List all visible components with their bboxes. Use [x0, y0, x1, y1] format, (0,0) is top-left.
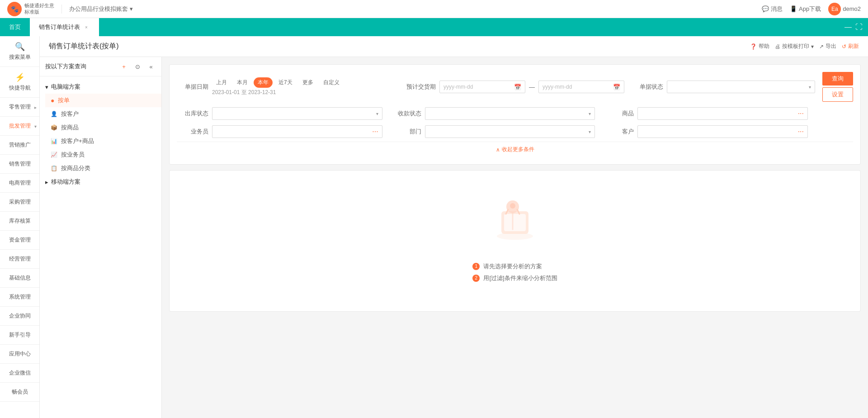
- date-end-input[interactable]: yyyy-mm-dd 📅: [538, 81, 624, 93]
- refresh-icon: ↺: [842, 43, 846, 50]
- sidebar-item-retail[interactable]: 零售管理 ▸: [0, 98, 39, 117]
- app-download-action[interactable]: 📱 App下载: [790, 5, 821, 13]
- empty-step-1: 1 请先选择要分析的方案: [472, 261, 557, 272]
- date-start-input[interactable]: yyyy-mm-dd 📅: [439, 81, 525, 93]
- scheme-by-salesperson[interactable]: 📈 按业务员: [45, 148, 161, 162]
- edit-scheme-button[interactable]: ⊙: [132, 62, 142, 71]
- date-btn-this-year[interactable]: 本年: [254, 77, 273, 88]
- customer-input[interactable]: ···: [637, 125, 808, 138]
- date-btn-this-month[interactable]: 本月: [233, 77, 252, 88]
- customer-goods-scheme-icon: 📊: [51, 138, 57, 144]
- filter-row-2: 出库状态 ▾ 收款状态 ▾: [177, 107, 853, 120]
- filter-row-1: 单据日期 上月 本月 本年 近7天 更多 自定义 20: [177, 72, 853, 102]
- salesperson-label: 业务员: [177, 128, 208, 136]
- scheme-by-customer[interactable]: 👤 按客户: [45, 107, 161, 121]
- nav-tabs: 首页 销售订单统计表 × — ⛶: [0, 18, 868, 36]
- payment-status-select[interactable]: ▾: [425, 107, 595, 120]
- sidebar-item-ecommerce[interactable]: 电商管理: [0, 174, 39, 193]
- step-number-1: 1: [472, 263, 480, 270]
- scheme-by-customer-goods[interactable]: 📊 按客户+商品: [45, 134, 161, 148]
- sidebar-item-member[interactable]: 畅会员: [0, 383, 39, 402]
- dropdown-arrow-icon: ▾: [589, 129, 591, 134]
- search-icon: 🔍: [15, 42, 25, 52]
- scheme-by-order[interactable]: ● 按单: [45, 94, 161, 107]
- sidebar-item-wholesale[interactable]: 批发管理 ▾: [0, 117, 39, 136]
- date-btn-custom[interactable]: 自定义: [319, 77, 344, 88]
- sidebar-item-corpwechat[interactable]: 企业微信: [0, 364, 39, 383]
- salesperson-input[interactable]: ···: [212, 125, 382, 138]
- message-icon: 💬: [762, 5, 769, 12]
- date-btn-more[interactable]: 更多: [298, 77, 317, 88]
- page-selector[interactable]: 办公用品行业模拟账套 ▾: [69, 5, 133, 13]
- tree-desktop-parent[interactable]: ▾ 电脑端方案: [40, 80, 161, 94]
- collapse-panel-button[interactable]: «: [146, 62, 156, 71]
- template-print-button[interactable]: 🖨 按模板打印 ▾: [775, 43, 814, 50]
- sidebar-item-marketing[interactable]: 营销推广: [0, 136, 39, 155]
- scheme-by-category[interactable]: 📋 按商品分类: [45, 162, 161, 175]
- chevron-right-icon: ▸: [45, 179, 48, 185]
- sidebar-item-inventory[interactable]: 库存核算: [0, 212, 39, 231]
- date-option-buttons: 上月 本月 本年 近7天 更多 自定义: [212, 77, 344, 88]
- department-select[interactable]: ▾: [425, 125, 595, 138]
- date-btn-7days[interactable]: 近7天: [274, 77, 297, 88]
- message-action[interactable]: 💬 消息: [762, 5, 783, 13]
- category-scheme-icon: 📋: [51, 165, 57, 171]
- minimize-icon[interactable]: —: [844, 23, 852, 31]
- export-icon: ↗: [819, 43, 824, 50]
- add-scheme-button[interactable]: +: [119, 62, 129, 71]
- search-button[interactable]: 查询: [822, 72, 853, 86]
- payment-status-label: 收款状态: [390, 109, 421, 118]
- sidebar-item-finance[interactable]: 资金管理: [0, 231, 39, 250]
- top-bar-right: 💬 消息 📱 App下载 Ea demo2: [762, 3, 861, 15]
- logo-area: 🐾 畅捷通好生意 标准版: [7, 2, 54, 16]
- tab-sales-order-stats[interactable]: 销售订单统计表 ×: [30, 18, 99, 36]
- scheme-by-goods[interactable]: 📦 按商品: [45, 121, 161, 134]
- sidebar-item-management[interactable]: 经营管理: [0, 250, 39, 269]
- help-button[interactable]: ❓ 帮助: [750, 43, 769, 50]
- svg-point-4: [510, 203, 515, 209]
- shipment-status-select[interactable]: ▾: [212, 107, 382, 120]
- sidebar-item-purchase[interactable]: 采购管理: [0, 193, 39, 212]
- collapse-bar[interactable]: ∧ 收起更多条件: [177, 142, 853, 157]
- chevron-right-icon: ▸: [34, 104, 37, 109]
- tab-home[interactable]: 首页: [0, 18, 30, 36]
- settings-button[interactable]: 设置: [822, 87, 853, 102]
- dropdown-arrow-icon: ▾: [809, 85, 811, 90]
- empty-illustration: [488, 198, 542, 252]
- inner-layout: 按以下方案查询 + ⊙ « ▾ 电脑端方案 ● 按单: [40, 57, 868, 418]
- user-area[interactable]: Ea demo2: [828, 3, 861, 15]
- sidebar-item-basic[interactable]: 基础信息: [0, 269, 39, 288]
- filter-form: 单据日期 上月 本月 本年 近7天 更多 自定义 20: [169, 64, 861, 165]
- tree-mobile-parent[interactable]: ▸ 移动端方案: [40, 175, 161, 189]
- export-button[interactable]: ↗ 导出: [819, 43, 836, 50]
- top-bar: 🐾 畅捷通好生意 标准版 办公用品行业模拟账套 ▾ 💬 消息 📱 App下载 E…: [0, 0, 868, 18]
- page-header: 销售订单统计表(按单) ❓ 帮助 🖨 按模板打印 ▾ ↗ 导出 ↺ 刷新: [40, 36, 868, 57]
- expected-delivery-label: 预计交货期: [404, 83, 436, 91]
- sidebar-item-search[interactable]: 🔍 搜索菜单: [0, 36, 39, 67]
- empty-state: 1 请先选择要分析的方案 2 用[过滤]条件来缩小分析范围: [169, 170, 861, 312]
- single-status-label: 单据状态: [632, 83, 663, 91]
- goods-input[interactable]: ···: [637, 107, 808, 120]
- salesperson-group: 业务员 ···: [177, 125, 382, 138]
- sidebar-item-appcenter[interactable]: 应用中心: [0, 345, 39, 364]
- single-date-group: 单据日期 上月 本月 本年 近7天 更多 自定义 20: [177, 72, 397, 102]
- sidebar-item-sales[interactable]: 销售管理: [0, 155, 39, 174]
- chevron-down-icon: ▾: [45, 84, 48, 90]
- sidebar-item-newuser[interactable]: 新手引导: [0, 326, 39, 345]
- sidebar-item-enterprise[interactable]: 企业协同: [0, 307, 39, 326]
- goods-group: 商品 ···: [602, 107, 853, 120]
- shipment-status-group: 出库状态 ▾: [177, 107, 382, 120]
- sidebar-item-quicknav[interactable]: ⚡ 快捷导航: [0, 67, 39, 98]
- more-options-icon: ···: [798, 109, 804, 118]
- maximize-icon[interactable]: ⛶: [855, 23, 863, 31]
- single-status-group: 单据状态 ▾: [632, 72, 815, 102]
- refresh-button[interactable]: ↺ 刷新: [842, 43, 859, 50]
- help-icon: ❓: [750, 43, 757, 50]
- sidebar-item-system[interactable]: 系统管理: [0, 288, 39, 307]
- tab-close-icon[interactable]: ×: [83, 24, 90, 31]
- date-btn-last-month[interactable]: 上月: [212, 77, 231, 88]
- single-status-select[interactable]: ▾: [667, 81, 815, 93]
- step-number-2: 2: [472, 275, 480, 282]
- svg-rect-2: [504, 214, 526, 231]
- more-options-icon: ···: [372, 128, 378, 136]
